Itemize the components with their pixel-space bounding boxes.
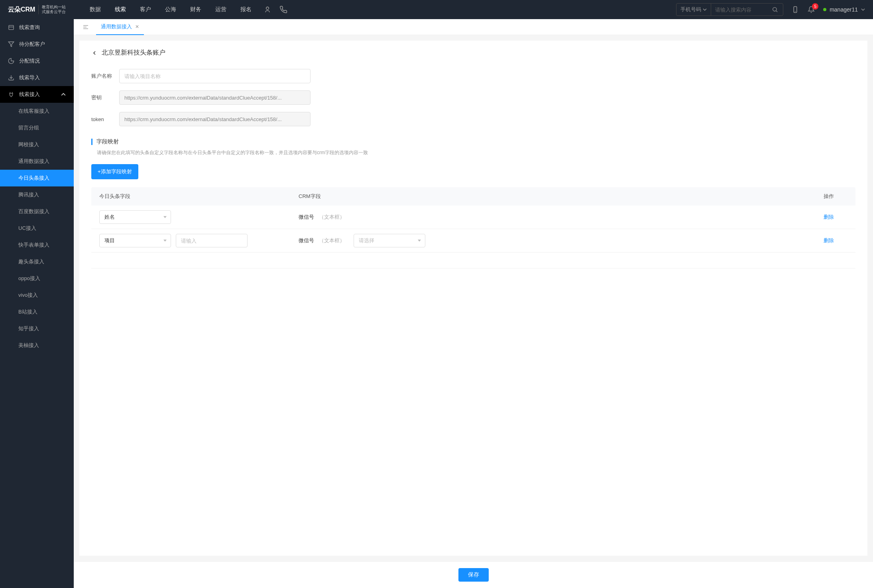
toutiao-field-select[interactable]: 项目: [99, 234, 171, 247]
sidebar-subitem[interactable]: 快手表单接入: [0, 237, 74, 253]
plug-icon: [8, 91, 14, 98]
delete-link[interactable]: 删除: [824, 237, 834, 243]
list-icon: [8, 24, 14, 31]
nav-item[interactable]: 运营: [215, 6, 226, 13]
chevron-up-icon: [61, 92, 66, 97]
chevron-down-icon: [861, 8, 865, 12]
col-action: 操作: [824, 193, 847, 200]
filter-icon: [8, 41, 14, 47]
logo-subtitle: 教育机构一站式服务云平台: [38, 5, 66, 14]
col-crm-field: CRM字段: [299, 193, 824, 200]
search-button[interactable]: [767, 4, 783, 15]
notification-icon[interactable]: 5: [807, 6, 815, 14]
nav-item[interactable]: 公海: [165, 6, 176, 13]
sidebar-subitem[interactable]: UC接入: [0, 220, 74, 237]
svg-rect-5: [9, 25, 14, 30]
main-nav: 数据线索客户公海财务运营报名: [90, 6, 252, 13]
sidebar-subitem[interactable]: 通用数据接入: [0, 153, 74, 170]
svg-marker-7: [8, 42, 14, 47]
toutiao-field-select[interactable]: 姓名: [99, 210, 171, 224]
svg-point-1: [773, 8, 777, 11]
table-header: 今日头条字段 CRM字段 操作: [91, 187, 855, 206]
nav-item[interactable]: 财务: [190, 6, 201, 13]
back-icon[interactable]: [91, 50, 98, 56]
crm-field-hint: （文本框）: [319, 237, 345, 244]
sidebar-subitem[interactable]: 百度数据接入: [0, 203, 74, 220]
username: manager11: [830, 6, 858, 13]
sidebar-item[interactable]: 待分配客户: [0, 36, 74, 53]
secret-input[interactable]: [119, 90, 311, 105]
sidebar-subitem[interactable]: 趣头条接入: [0, 253, 74, 270]
sidebar-subitem[interactable]: 美柚接入: [0, 337, 74, 354]
col-toutiao-field: 今日头条字段: [99, 193, 299, 200]
chart-icon: [8, 58, 14, 64]
page-title: 北京昱新科技头条账户: [102, 49, 165, 57]
content-area: 通用数据接入 ✕ 北京昱新科技头条账户 账户名称 密钥 token: [74, 19, 873, 588]
main-panel: 北京昱新科技头条账户 账户名称 密钥 token 字段映射 请确保您在此填写的头…: [79, 41, 867, 556]
sidebar-subitem[interactable]: 知乎接入: [0, 320, 74, 337]
logo: 云朵CRM 教育机构一站式服务云平台: [8, 5, 66, 14]
sidebar-subitem[interactable]: 留言分组: [0, 120, 74, 136]
sidebar-subitem[interactable]: 网校接入: [0, 136, 74, 153]
export-icon: [8, 74, 14, 81]
top-header: 云朵CRM 教育机构一站式服务云平台 数据线索客户公海财务运营报名 手机号码: [0, 0, 873, 19]
account-name-input[interactable]: [119, 69, 311, 83]
account-name-label: 账户名称: [91, 73, 119, 80]
token-input[interactable]: [119, 112, 311, 126]
nav-item[interactable]: 数据: [90, 6, 101, 13]
nav-item[interactable]: 线索: [115, 6, 126, 13]
notification-badge: 5: [812, 3, 818, 10]
sidebar-item[interactable]: 分配情况: [0, 53, 74, 69]
logo-text: 云朵CRM: [8, 6, 35, 14]
user-icon[interactable]: [263, 6, 271, 14]
secret-label: 密钥: [91, 94, 119, 101]
sidebar-subitem[interactable]: oppo接入: [0, 270, 74, 287]
nav-item[interactable]: 客户: [140, 6, 151, 13]
crm-field-hint: （文本框）: [319, 214, 345, 221]
footer-bar: 保存: [74, 561, 873, 588]
table-row: 项目微信号（文本框）请选择删除: [91, 229, 855, 253]
sidebar-subitem[interactable]: B站接入: [0, 304, 74, 320]
tabs-bar: 通用数据接入 ✕: [74, 19, 873, 35]
search-input[interactable]: [711, 4, 767, 15]
sidebar: 线索查询待分配客户分配情况线索导入线索接入在线客服接入留言分组网校接入通用数据接…: [0, 19, 74, 588]
svg-point-0: [266, 7, 269, 10]
sidebar-item[interactable]: 线索导入: [0, 69, 74, 86]
crm-field-label: 微信号: [299, 237, 314, 244]
tab-general-data[interactable]: 通用数据接入 ✕: [96, 19, 144, 35]
tab-label: 通用数据接入: [101, 23, 132, 30]
section-hint: 请确保您在此填写的头条自定义字段名称与在今日头条平台中自定义的字段名称一致，并且…: [91, 149, 855, 156]
crm-field-select[interactable]: 请选择: [354, 234, 425, 247]
close-icon[interactable]: ✕: [135, 24, 139, 29]
delete-link[interactable]: 删除: [824, 214, 834, 220]
crm-field-label: 微信号: [299, 214, 314, 221]
svg-line-2: [776, 11, 777, 12]
user-menu[interactable]: manager11: [823, 6, 865, 13]
section-title: 字段映射: [96, 138, 119, 145]
toutiao-field-input[interactable]: [176, 234, 248, 247]
sidebar-subitem[interactable]: 在线客服接入: [0, 103, 74, 120]
nav-item[interactable]: 报名: [240, 6, 252, 13]
search-type-select[interactable]: 手机号码: [676, 4, 711, 16]
sidebar-toggle[interactable]: [79, 24, 93, 30]
token-label: token: [91, 116, 119, 122]
sidebar-subitem[interactable]: vivo接入: [0, 287, 74, 304]
sidebar-item-expanded[interactable]: 线索接入: [0, 86, 74, 103]
phone-icon[interactable]: [279, 6, 287, 14]
search-box: 手机号码: [676, 3, 783, 16]
sidebar-item[interactable]: 线索查询: [0, 19, 74, 36]
mobile-icon[interactable]: [791, 6, 799, 14]
save-button[interactable]: 保存: [458, 568, 489, 582]
sidebar-subitem[interactable]: 腾讯接入: [0, 186, 74, 203]
section-marker: [91, 139, 92, 145]
status-indicator: [823, 8, 826, 11]
add-mapping-button[interactable]: +添加字段映射: [91, 164, 138, 179]
table-row: 姓名微信号（文本框）删除: [91, 206, 855, 229]
sidebar-subitem[interactable]: 今日头条接入: [0, 170, 74, 186]
